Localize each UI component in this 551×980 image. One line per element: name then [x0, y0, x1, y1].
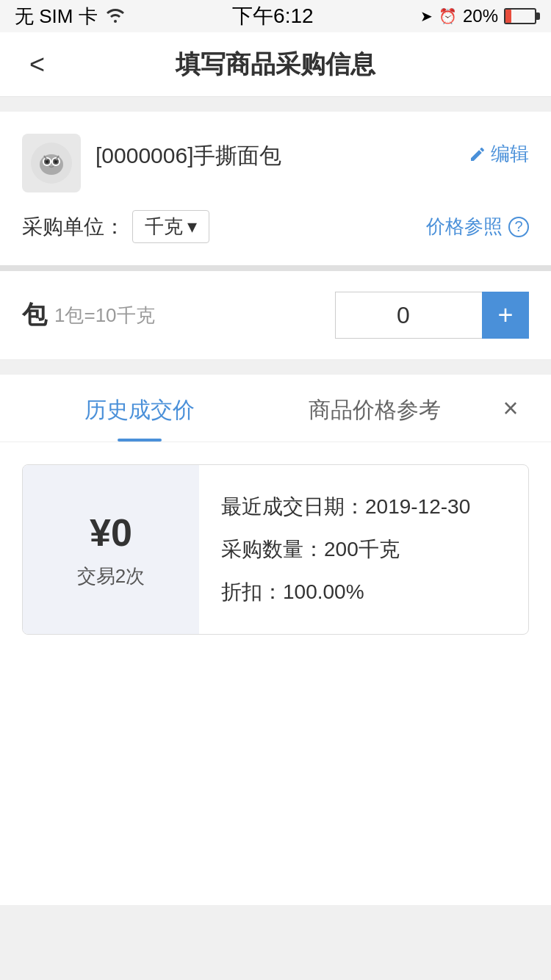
- tab-content: ¥0 交易2次 最近成交日期：2019-12-30 采购数量：200千克 折扣：…: [0, 464, 551, 905]
- quantity-control: +: [335, 292, 529, 339]
- product-left: [0000006]手撕面包: [22, 134, 281, 192]
- status-time: 下午6:12: [232, 2, 314, 30]
- tab-price-reference[interactable]: 商品价格参考: [257, 375, 492, 442]
- header: < 填写商品采购信息: [0, 32, 551, 97]
- history-price-value: ¥0: [90, 511, 132, 555]
- purchase-qty-label: 采购数量：: [221, 538, 324, 561]
- dropdown-arrow-icon: ▾: [187, 215, 197, 238]
- svg-point-1: [40, 154, 63, 175]
- svg-point-7: [54, 160, 57, 163]
- unit-badge: 包: [22, 298, 47, 332]
- price-reference-button[interactable]: 价格参照 ?: [426, 214, 529, 239]
- page-title: 填写商品采购信息: [176, 48, 375, 82]
- battery-percentage: 20%: [463, 6, 498, 26]
- history-details-panel: 最近成交日期：2019-12-30 采购数量：200千克 折扣：100.00%: [199, 465, 528, 634]
- wifi-icon: [105, 5, 126, 28]
- help-icon: ?: [508, 217, 529, 237]
- purchase-unit-label: 采购单位：: [22, 213, 125, 241]
- unit-label: 包 1包=10千克: [22, 298, 155, 332]
- unit-select[interactable]: 千克 ▾: [132, 210, 209, 243]
- battery-fill: [505, 10, 511, 23]
- quantity-plus-button[interactable]: +: [482, 292, 529, 339]
- discount-row: 折扣：100.00%: [221, 577, 506, 608]
- tabs-section: 历史成交价 商品价格参考 × ¥0 交易2次 最近成交日期：2019-12-30…: [0, 375, 551, 905]
- edit-button[interactable]: 编辑: [469, 134, 529, 167]
- svg-point-6: [46, 160, 48, 163]
- recent-date-row: 最近成交日期：2019-12-30: [221, 491, 506, 522]
- unit-ratio: 1包=10千克: [54, 303, 155, 328]
- recent-date-label: 最近成交日期：: [221, 495, 365, 518]
- battery-icon: [504, 8, 536, 24]
- discount-label: 折扣：: [221, 580, 283, 603]
- history-card: ¥0 交易2次 最近成交日期：2019-12-30 采购数量：200千克 折扣：…: [22, 464, 529, 635]
- product-thumbnail: [22, 134, 81, 192]
- status-left: 无 SIM 卡: [15, 4, 126, 29]
- status-bar: 无 SIM 卡 下午6:12 ➤ ⏰ 20%: [0, 0, 551, 32]
- price-ref-label: 价格参照: [426, 214, 503, 239]
- product-name: [0000006]手撕面包: [96, 134, 281, 171]
- edit-label: 编辑: [491, 141, 529, 167]
- product-card: [0000006]手撕面包 编辑 采购单位： 千克 ▾ 价格参照 ?: [0, 112, 551, 265]
- tab-close-button[interactable]: ×: [492, 390, 529, 427]
- location-icon: ➤: [420, 7, 433, 25]
- purchase-qty-value: 200千克: [324, 538, 400, 561]
- product-bottom: 采购单位： 千克 ▾ 价格参照 ?: [22, 210, 529, 243]
- history-price-panel: ¥0 交易2次: [23, 465, 199, 634]
- discount-value: 100.00%: [283, 580, 364, 603]
- unit-value: 千克: [145, 214, 183, 239]
- product-top: [0000006]手撕面包 编辑: [22, 134, 529, 192]
- tabs-header: 历史成交价 商品价格参考 ×: [0, 375, 551, 442]
- purchase-qty-row: 采购数量：200千克: [221, 534, 506, 565]
- section-divider: [0, 265, 551, 271]
- sim-status: 无 SIM 卡: [15, 4, 98, 29]
- price-number: 0: [111, 511, 132, 554]
- quantity-row: 包 1包=10千克 +: [0, 271, 551, 360]
- transaction-count: 交易2次: [77, 563, 145, 589]
- quantity-input[interactable]: [335, 292, 482, 339]
- tab-history-price[interactable]: 历史成交价: [22, 375, 257, 442]
- status-right: ➤ ⏰ 20%: [420, 6, 536, 26]
- alarm-icon: ⏰: [439, 7, 457, 25]
- currency-symbol: ¥: [90, 511, 111, 554]
- recent-date-value: 2019-12-30: [365, 495, 470, 518]
- back-button[interactable]: <: [22, 42, 52, 87]
- purchase-unit: 采购单位： 千克 ▾: [22, 210, 209, 243]
